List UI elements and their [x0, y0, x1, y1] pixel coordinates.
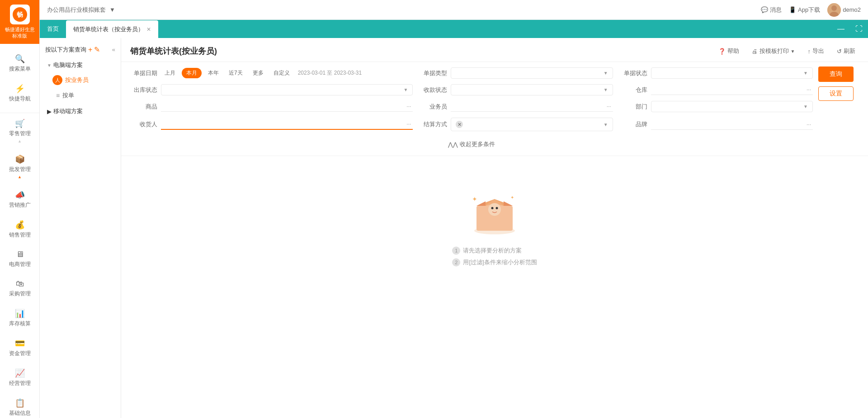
warehouse-input-wrap[interactable]: ···: [651, 85, 813, 95]
receiver-filter: 收货人 ···: [130, 119, 413, 130]
pc-plan-group: ▼ 电脑端方案 人 按业务员 ≡ 按单: [40, 58, 121, 103]
plan-item-salesman[interactable]: 人 按业务员: [40, 72, 121, 88]
sidebar-item-operations[interactable]: 📈 经营管理: [0, 363, 39, 393]
ecommerce-label: 电商管理: [9, 261, 31, 268]
goods-more-btn[interactable]: ···: [405, 103, 413, 109]
sidebar-item-marketing[interactable]: 📣 营销推广: [0, 185, 39, 214]
empty-state: ✦ ✦ 1 请先选择要分析的方案 2 用[过滤]条件来缩小分析范围: [121, 156, 868, 295]
doc-type-select[interactable]: ▼: [451, 67, 613, 79]
sidebar: 畅 畅捷通好生意 标准版 🔍 搜索菜单 ⚡ 快捷导航 🛒 零售管理 ▲ 📦 批发…: [0, 0, 40, 418]
logo-text: 畅捷通好生意 标准版: [5, 26, 35, 39]
date-btn-more[interactable]: 更多: [249, 68, 267, 78]
wholesale-arrow: ▲: [18, 175, 22, 179]
payment-status-select[interactable]: ▼: [451, 84, 613, 95]
refresh-icon: ↺: [837, 48, 842, 55]
collapse-panel-btn[interactable]: «: [112, 46, 115, 53]
goods-filter: 商品 ···: [130, 101, 413, 112]
svg-point-9: [496, 207, 498, 209]
sidebar-item-retail[interactable]: 🛒 零售管理 ▲: [0, 113, 39, 149]
edit-scheme-btn[interactable]: ✎: [94, 45, 100, 54]
sidebar-item-inventory[interactable]: 📊 库存核算: [0, 303, 39, 333]
message-label: 消息: [770, 6, 782, 14]
marketing-icon: 📣: [15, 190, 25, 200]
plan-sub-item-order[interactable]: ≡ 按单: [40, 88, 121, 103]
user-name: demo2: [843, 6, 861, 13]
filter-row-3: 商品 ··· 业务员 ··· 部门: [130, 101, 813, 112]
empty-illustration: ✦ ✦: [463, 183, 526, 238]
settings-button[interactable]: 设置: [818, 86, 854, 101]
doc-status-select[interactable]: ▼: [651, 67, 813, 79]
tab-minimize-btn[interactable]: —: [832, 25, 850, 33]
settlement-arrow: ▼: [604, 122, 608, 127]
brand-input-wrap[interactable]: ···: [651, 119, 813, 130]
out-status-select[interactable]: ▼: [161, 84, 413, 95]
print-btn[interactable]: 🖨 按模板打印 ▼: [748, 45, 799, 57]
date-btn-this-year[interactable]: 本年: [204, 68, 222, 78]
salesman-input-wrap[interactable]: ···: [451, 101, 613, 112]
tip-num-1: 1: [452, 247, 460, 255]
sidebar-item-quicknav[interactable]: ⚡ 快捷导航: [0, 78, 39, 108]
tab-sales-stat[interactable]: 销货单统计表（按业务员） ✕: [66, 20, 158, 38]
tab-sales-stat-label: 销货单统计表（按业务员）: [73, 25, 144, 33]
tab-home[interactable]: 首页: [40, 20, 66, 38]
doc-status-filter: 单据状态 ▼: [620, 67, 813, 79]
salesman-more-btn[interactable]: ···: [605, 103, 613, 109]
salesman-item-icon: 人: [52, 75, 62, 85]
sidebar-item-basic[interactable]: 📋 基础信息: [0, 393, 39, 418]
pc-plan-group-header[interactable]: ▼ 电脑端方案: [40, 58, 121, 72]
help-btn[interactable]: ❓ 帮助: [715, 45, 743, 57]
payment-status-arrow: ▼: [604, 87, 608, 92]
logo-icon: 畅: [10, 5, 30, 24]
sidebar-item-ecommerce[interactable]: 🖥 电商管理: [0, 244, 39, 274]
sidebar-nav: 🛒 零售管理 ▲ 📦 批发管理 ▲ 📣 营销推广 💰 销售管理 🖥 电商管理 🛍…: [0, 113, 39, 418]
right-content: 销货单统计表(按业务员) ❓ 帮助 🖨 按模板打印 ▼ ↑ 导出: [121, 38, 868, 418]
sidebar-logo[interactable]: 畅 畅捷通好生意 标准版: [0, 0, 39, 44]
app-title: 办公用品行业模拟账套: [47, 6, 106, 14]
svg-point-8: [491, 207, 494, 209]
user-menu[interactable]: demo2: [827, 3, 861, 17]
collapse-filter-btn[interactable]: ⋀⋀ 收起更多条件: [130, 137, 813, 152]
tab-close-icon[interactable]: ✕: [146, 26, 151, 33]
tab-home-label: 首页: [47, 25, 59, 33]
wholesale-icon: 📦: [15, 154, 25, 164]
message-btn[interactable]: 💬 消息: [761, 6, 782, 14]
refresh-btn[interactable]: ↺ 刷新: [833, 45, 859, 57]
date-btn-custom[interactable]: 自定义: [270, 68, 293, 78]
sidebar-item-wholesale[interactable]: 📦 批发管理 ▲: [0, 149, 39, 185]
add-scheme-btn[interactable]: +: [88, 46, 92, 54]
plan-sub-item-order-label: 按单: [62, 91, 74, 100]
date-btn-7days[interactable]: 近7天: [225, 68, 246, 78]
sidebar-item-search[interactable]: 🔍 搜索菜单: [0, 48, 39, 78]
salesman-label: 业务员: [420, 103, 447, 111]
filter-fields: 单据日期 上月 本月 本年 近7天 更多 自定义 2023-03-01 至 20…: [130, 62, 813, 156]
operations-label: 经营管理: [9, 380, 31, 387]
plan-item-salesman-label: 按业务员: [65, 76, 89, 84]
brand-more-btn[interactable]: ···: [805, 121, 813, 128]
warehouse-more-btn[interactable]: ···: [805, 86, 813, 93]
settlement-select[interactable]: ✕ ▼: [451, 118, 613, 131]
sidebar-item-sales[interactable]: 💰 销售管理: [0, 214, 39, 244]
settlement-clear-btn[interactable]: ✕: [456, 121, 463, 128]
date-btn-last-month[interactable]: 上月: [161, 68, 179, 78]
tab-controls: — ⛶: [832, 25, 868, 33]
app-download-btn[interactable]: 📱 App下载: [789, 6, 820, 14]
receiver-input-wrap[interactable]: ···: [161, 119, 413, 130]
quicknav-icon: ⚡: [15, 84, 25, 94]
sidebar-item-finance[interactable]: 💳 资金管理: [0, 333, 39, 363]
receiver-more-btn[interactable]: ···: [405, 121, 413, 127]
query-button[interactable]: 查询: [818, 66, 854, 82]
goods-input-wrap[interactable]: ···: [161, 101, 413, 112]
empty-tip-1: 1 请先选择要分析的方案: [452, 245, 537, 256]
dept-select[interactable]: ▼: [651, 101, 813, 112]
goods-label: 商品: [130, 103, 157, 111]
topbar-title-section[interactable]: 办公用品行业模拟账套 ▼: [47, 6, 115, 14]
ecommerce-icon: 🖥: [16, 250, 24, 259]
sidebar-item-purchase[interactable]: 🛍 采购管理: [0, 274, 39, 303]
salesman-filter: 业务员 ···: [420, 101, 613, 112]
export-btn[interactable]: ↑ 导出: [804, 45, 828, 57]
date-btn-this-month[interactable]: 本月: [182, 68, 202, 78]
svg-point-3: [831, 5, 837, 11]
mobile-plan-group-header[interactable]: ▶ 移动端方案: [40, 104, 121, 118]
tab-fullscreen-btn[interactable]: ⛶: [850, 25, 868, 33]
warehouse-filter: 仓库 ···: [620, 85, 813, 95]
